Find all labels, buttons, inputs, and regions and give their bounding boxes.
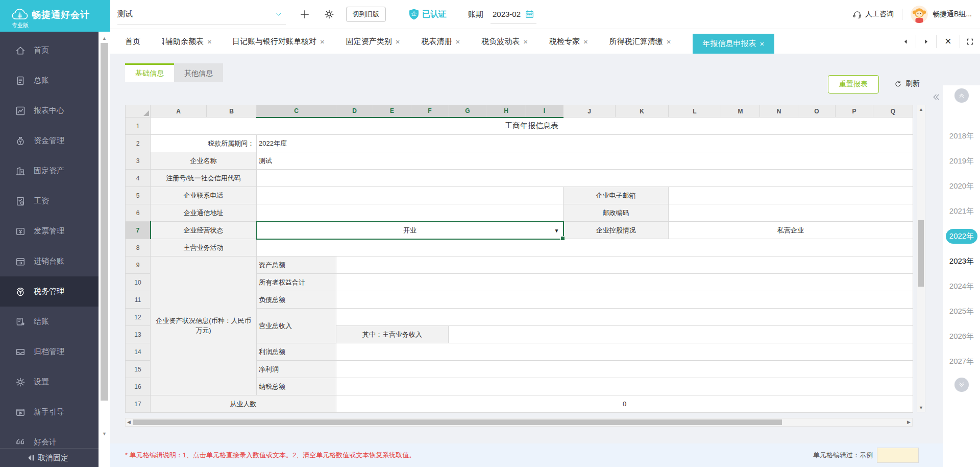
year-item-2023年[interactable]: 2023年 — [943, 249, 980, 274]
scroll-right-icon[interactable]: ▶ — [907, 419, 911, 425]
row-header-3[interactable]: 3 — [126, 152, 151, 170]
dropdown-arrow-icon[interactable]: ▼ — [554, 227, 559, 233]
column-header-C[interactable]: C — [257, 105, 336, 118]
row-header-9[interactable]: 9 — [126, 256, 151, 274]
sheet-cell[interactable]: 营业总收入 — [257, 309, 336, 343]
column-header-I[interactable]: I — [526, 105, 564, 118]
sheet-cell[interactable]: 注册号/统一社会信用代码 — [151, 170, 257, 187]
sidebar-item-设置[interactable]: 设置 — [0, 367, 99, 397]
sidebar-item-工资[interactable]: 工资 — [0, 186, 99, 216]
scroll-left-icon[interactable]: ◀ — [127, 419, 131, 425]
tabs-next-icon[interactable] — [916, 35, 936, 48]
collapse-panel-icon[interactable] — [931, 91, 941, 103]
tab-税表清册[interactable]: 税表清册× — [422, 29, 460, 54]
column-header-M[interactable]: M — [721, 105, 760, 118]
sheet-cell[interactable] — [336, 291, 913, 309]
row-header-16[interactable]: 16 — [126, 378, 151, 395]
fullscreen-icon[interactable] — [960, 35, 980, 48]
tab-目辅助余额表[interactable]: 目辅助余额表× — [162, 29, 215, 54]
row-header-14[interactable]: 14 — [126, 343, 151, 361]
tab-首页[interactable]: 首页 — [125, 29, 140, 54]
year-item-2021年[interactable]: 2021年 — [943, 199, 980, 224]
subtab-其他信息[interactable]: 其他信息 — [174, 63, 223, 82]
sheet-cell[interactable]: 企业资产状况信息(币种：人民币万元) — [151, 256, 257, 395]
column-header-J[interactable]: J — [564, 105, 616, 118]
scroll-down-icon[interactable]: ▼ — [99, 431, 110, 436]
tab-close-icon[interactable]: × — [583, 37, 588, 46]
row-header-12[interactable]: 12 — [126, 309, 151, 326]
sheet-cell[interactable]: 利润总额 — [257, 343, 336, 361]
sidebar-item-资金管理[interactable]: 资金管理 — [0, 126, 99, 156]
vertical-scrollbar[interactable]: ▲ ▼ — [917, 105, 925, 412]
sheet-cell[interactable] — [336, 361, 913, 378]
row-header-15[interactable]: 15 — [126, 361, 151, 378]
sheet-cell[interactable]: 所有者权益合计 — [257, 274, 336, 291]
sheet-cell[interactable]: 税款所属期间： — [151, 135, 257, 152]
row-header-10[interactable]: 10 — [126, 274, 151, 291]
sheet-cell[interactable]: 其中：主营业务收入 — [336, 326, 449, 343]
sidebar-item-固定资产[interactable]: 固定资产 — [0, 156, 99, 186]
sheet-cell[interactable]: 测试 — [257, 152, 913, 170]
column-header-A[interactable]: A — [151, 105, 207, 118]
active-cell-dropdown[interactable]: 开业▼ — [257, 222, 564, 239]
sidebar-item-新手引导[interactable]: 新手引导 — [0, 397, 99, 427]
sidebar-item-结账[interactable]: 结账 — [0, 307, 99, 337]
sheet-cell[interactable]: 纳税总额 — [257, 378, 336, 395]
avatar[interactable] — [911, 6, 928, 23]
tab-所得税汇算清缴[interactable]: 所得税汇算清缴× — [609, 29, 671, 54]
year-item-2022年[interactable]: 2022年 — [943, 224, 980, 249]
sheet-cell[interactable] — [257, 187, 564, 204]
vertical-scrollbar-thumb[interactable] — [918, 220, 924, 287]
column-header-E[interactable]: E — [373, 105, 411, 118]
sheet-cell[interactable]: 净利润 — [257, 361, 336, 378]
sidebar-item-首页[interactable]: 首页 — [0, 35, 99, 65]
column-header-G[interactable]: G — [449, 105, 487, 118]
sidebar-scrollbar-thumb[interactable] — [101, 43, 108, 401]
row-header-17[interactable]: 17 — [126, 395, 151, 413]
sheet-cell[interactable]: 邮政编码 — [564, 204, 669, 222]
subtab-基础信息[interactable]: 基础信息 — [125, 63, 174, 82]
tab-固定资产类别[interactable]: 固定资产类别× — [346, 29, 400, 54]
sheet-cell[interactable]: 2022年度 — [257, 135, 913, 152]
row-header-6[interactable]: 6 — [126, 204, 151, 222]
column-header-K[interactable]: K — [616, 105, 669, 118]
sheet-cell[interactable]: 负债总额 — [257, 291, 336, 309]
year-item-2024年[interactable]: 2024年 — [943, 274, 980, 299]
support-button[interactable]: 人工咨询 — [852, 10, 894, 19]
sheet-cell[interactable]: 企业通信地址 — [151, 204, 257, 222]
tab-年报信息申报表[interactable]: 年报信息申报表× — [693, 34, 775, 54]
tab-close-icon[interactable]: × — [667, 37, 671, 46]
sheet-cell[interactable] — [257, 204, 564, 222]
years-later-button[interactable] — [954, 378, 969, 392]
sidebar-scrollbar[interactable]: ▲ ▼ — [99, 32, 110, 467]
column-header-F[interactable]: F — [411, 105, 449, 118]
tab-close-icon[interactable]: × — [207, 37, 212, 46]
tab-close-icon[interactable]: × — [396, 37, 400, 46]
sheet-cell[interactable] — [669, 204, 913, 222]
sheet-cell[interactable] — [336, 378, 913, 395]
period-selector[interactable]: 2023-02 — [491, 5, 536, 24]
add-account-set-icon[interactable] — [299, 9, 310, 20]
tab-日记账与银行对账单核对[interactable]: 日记账与银行对账单核对× — [232, 29, 325, 54]
sheet-cell[interactable]: 私营企业 — [669, 222, 913, 239]
row-header-8[interactable]: 8 — [126, 239, 151, 256]
sheet-cell[interactable] — [336, 256, 913, 274]
year-item-2018年[interactable]: 2018年 — [943, 124, 980, 149]
sidebar-item-税务管理[interactable]: 税务管理 — [0, 276, 99, 307]
settings-gear-icon[interactable] — [324, 9, 335, 20]
scroll-up-icon[interactable]: ▲ — [917, 107, 925, 112]
column-header-O[interactable]: O — [798, 105, 836, 118]
sheet-cell[interactable]: 企业联系电话 — [151, 187, 257, 204]
horizontal-scrollbar-thumb[interactable] — [133, 419, 782, 425]
sidebar-item-好会计[interactable]: 好会计 — [0, 427, 99, 448]
close-all-tabs-icon[interactable]: × — [936, 35, 960, 48]
sheet-cell[interactable] — [336, 309, 913, 326]
sheet-cell[interactable] — [257, 170, 913, 187]
column-header-Q[interactable]: Q — [873, 105, 913, 118]
column-header-D[interactable]: D — [336, 105, 373, 118]
sidebar-item-发票管理[interactable]: 发票管理 — [0, 216, 99, 246]
sidebar-item-总账[interactable]: 总账 — [0, 65, 99, 96]
year-item-2025年[interactable]: 2025年 — [943, 299, 980, 324]
row-header-5[interactable]: 5 — [126, 187, 151, 204]
tab-close-icon[interactable]: × — [456, 37, 460, 46]
